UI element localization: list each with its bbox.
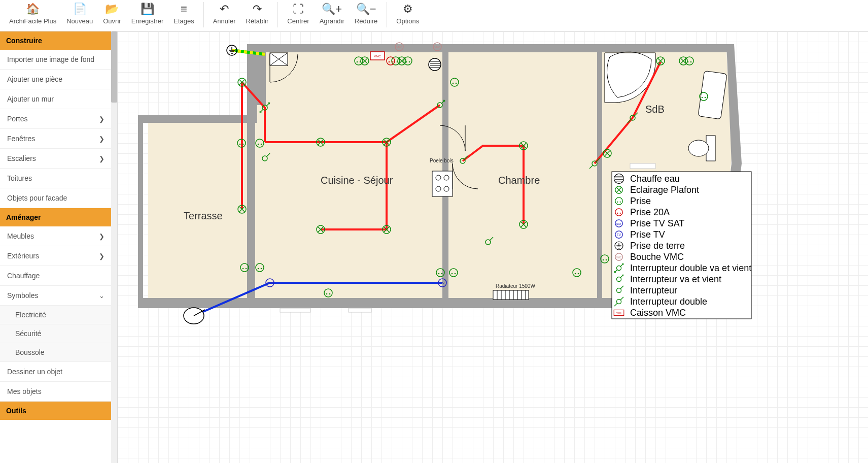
label: Importer une image de fond [7, 55, 94, 63]
sidebar-item-draw-object[interactable]: Dessiner un objet [0, 362, 112, 382]
sidebar-item-roofs[interactable]: Toitures [0, 169, 112, 188]
label: Ajouter un mur [7, 95, 54, 103]
separator [277, 2, 278, 27]
sidebar-item-add-wall[interactable]: Ajouter un mur [0, 89, 112, 109]
center-label: Centrer [287, 17, 309, 25]
svg-text:Interrupteur va et vient: Interrupteur va et vient [630, 274, 721, 284]
label: Symboles [7, 291, 38, 300]
label-sdb: SdB [645, 104, 665, 115]
zoom-out-icon: 🔍− [356, 3, 376, 15]
svg-text:Eclairage Plafont: Eclairage Plafont [630, 185, 699, 195]
undo-label: Annuler [213, 17, 236, 25]
layers-icon: ≡ [181, 3, 187, 15]
undo-icon: ↶ [220, 3, 229, 15]
hob [432, 171, 453, 196]
file-icon: 📄 [73, 3, 87, 15]
label-chambre: Chambre [498, 175, 540, 186]
label: Toitures [7, 174, 32, 182]
label-terrasse: Terrasse [184, 210, 223, 221]
sidebar-item-import-bg[interactable]: Importer une image de fond [0, 50, 112, 70]
chevron-down-icon: ⌄ [99, 292, 105, 300]
open-button[interactable]: 📂 Ouvrir [98, 2, 126, 26]
sidebar-sub-compass[interactable]: Boussole [0, 343, 112, 362]
sidebar-item-windows[interactable]: Fenêtres❯ [0, 129, 112, 149]
save-icon: 💾 [141, 3, 154, 15]
save-label: Enregistrer [131, 17, 164, 25]
svg-rect-49 [597, 52, 602, 306]
svg-point-51 [688, 140, 709, 156]
window-sill [280, 308, 310, 312]
floors-label: Etages [173, 17, 194, 25]
new-button[interactable]: 📄 Nouveau [61, 2, 98, 26]
svg-text:Caisson VMC: Caisson VMC [630, 308, 686, 318]
sidebar-item-my-objects[interactable]: Mes objets [0, 382, 112, 402]
redo-label: Rétablir [246, 17, 269, 25]
center-button[interactable]: ⛶ Centrer [282, 2, 314, 26]
label-cuisine: Cuisine - Séjour [321, 175, 393, 186]
sidebar-item-exteriors[interactable]: Extérieurs❯ [0, 246, 112, 266]
sidebar-item-stairs[interactable]: Escaliers❯ [0, 149, 112, 169]
svg-text:Prise TV SAT: Prise TV SAT [630, 218, 684, 228]
svg-rect-47 [256, 52, 266, 105]
sidebar-item-doors[interactable]: Portes❯ [0, 109, 112, 129]
redo-button[interactable]: ↷ Rétablir [241, 2, 274, 26]
svg-rect-52 [432, 171, 453, 196]
save-button[interactable]: 💾 Enregistrer [126, 2, 169, 26]
label: Dessiner un objet [7, 368, 62, 376]
options-button[interactable]: ⚙ Options [391, 2, 424, 26]
canvas[interactable]: TV SAT VMC VMC [118, 31, 868, 463]
sidebar-sub-security[interactable]: Sécurité [0, 324, 112, 343]
toolbar: 🏠 ArchiFacile Plus 📄 Nouveau 📂 Ouvrir 💾 … [0, 0, 868, 31]
svg-rect-44 [138, 123, 143, 298]
label: Portes [7, 115, 27, 123]
label: Escaliers [7, 154, 36, 162]
undo-button[interactable]: ↶ Annuler [208, 2, 241, 26]
radiator [493, 290, 529, 300]
gear-icon: ⚙ [403, 3, 413, 15]
section-build: Construire [0, 31, 112, 50]
redo-icon: ↷ [253, 3, 262, 15]
chevron-right-icon: ❯ [99, 155, 105, 162]
sidebar-item-furniture[interactable]: Meubles❯ [0, 226, 112, 246]
label: Mes objets [7, 387, 42, 395]
center-icon: ⛶ [293, 3, 304, 15]
svg-text:Interrupteur: Interrupteur [630, 285, 677, 295]
zoomout-button[interactable]: 🔍− Réduire [350, 2, 383, 26]
folder-open-icon: 📂 [105, 3, 119, 15]
window-sill [349, 308, 371, 312]
zoomin-button[interactable]: 🔍+ Agrandir [315, 2, 350, 26]
floors-button[interactable]: ≡ Etages [168, 2, 199, 26]
sidebar-item-facade[interactable]: Objets pour facade [0, 188, 112, 208]
svg-text:Bouche VMC: Bouche VMC [630, 252, 684, 262]
sidebar-item-symbols[interactable]: Symboles⌄ [0, 286, 112, 306]
svg-text:Chauffe eau: Chauffe eau [630, 174, 680, 184]
svg-text:Interrupteur double: Interrupteur double [630, 296, 707, 307]
sidebar: Construire Importer une image de fond Aj… [0, 31, 118, 463]
label: Fenêtres [7, 135, 35, 143]
svg-rect-46 [247, 115, 255, 306]
sidebar-item-heating[interactable]: Chauffage [0, 266, 112, 286]
scrollbar-thumb[interactable] [111, 31, 117, 103]
svg-rect-40 [247, 44, 734, 52]
section-furnish: Aménager [0, 208, 112, 226]
chevron-right-icon: ❯ [99, 252, 105, 260]
new-label: Nouveau [66, 17, 93, 25]
separator [387, 2, 387, 27]
sidebar-sub-electricity[interactable]: Electricité [0, 306, 112, 324]
home-icon: 🏠 [26, 3, 40, 15]
svg-text:Prise: Prise [630, 196, 651, 206]
zoomin-label: Agrandir [320, 17, 344, 25]
svg-text:Prise de terre: Prise de terre [630, 241, 685, 251]
svg-rect-43 [138, 115, 255, 123]
zoom-in-icon: 🔍+ [322, 3, 342, 15]
label: Meubles [7, 232, 34, 240]
chevron-right-icon: ❯ [99, 233, 105, 240]
floor-plan[interactable]: TV SAT VMC VMC [118, 31, 868, 463]
sidebar-item-add-room[interactable]: Ajouter une pièce [0, 70, 112, 89]
separator [203, 2, 204, 27]
label: Chauffage [7, 272, 40, 280]
label: Ajouter une pièce [7, 75, 62, 83]
home-button[interactable]: 🏠 ArchiFacile Plus [4, 2, 61, 26]
label: Extérieurs [7, 252, 39, 260]
chevron-right-icon: ❯ [99, 115, 105, 123]
